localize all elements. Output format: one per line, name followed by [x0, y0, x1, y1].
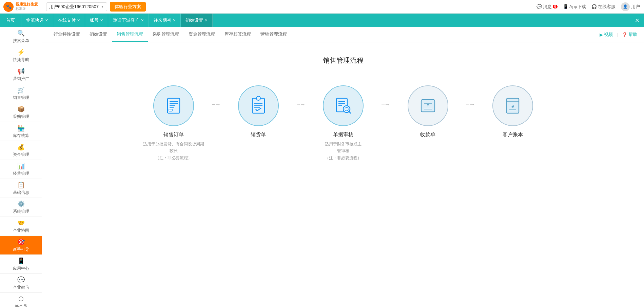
user-label: 用户690企业1660120507 [49, 4, 99, 10]
sidebar-item-label: 系统管理 [13, 209, 29, 214]
svg-text:¥: ¥ [426, 102, 429, 108]
video-link[interactable]: ▶ 视频 [600, 32, 613, 38]
nav-tab-invite[interactable]: 邀请下游客户 ✕ [108, 14, 149, 27]
sidebar-item-label: 营销推广 [13, 76, 29, 82]
quick-icon: ⚡ [17, 48, 25, 56]
logo-area[interactable]: 🐾 畅康道好生意 标准版 [0, 0, 42, 13]
svg-text:¥: ¥ [511, 104, 514, 109]
flow-node-title-1: 销售订单 [163, 131, 184, 138]
sub-tab-inventory-flow[interactable]: 库存核算流程 [220, 27, 256, 42]
marketing-icon: 📢 [17, 67, 25, 75]
sidebar-item-quick[interactable]: ⚡ 快捷导航 [0, 46, 42, 65]
nav-tab-payment[interactable]: 在线支付 ✕ [53, 14, 85, 27]
sidebar-item-search[interactable]: 🔍 搜索菜单 [0, 27, 42, 46]
nav-tab-logistics[interactable]: 物流快递 ✕ [21, 14, 53, 27]
sub-tab-marketing-flow[interactable]: 营销管理流程 [256, 27, 292, 42]
close-all-button[interactable]: ✕ [630, 14, 644, 27]
operations-icon: 📊 [17, 162, 25, 170]
flow-node-title-4: 收款单 [420, 131, 435, 138]
app-download-label: App下载 [569, 4, 586, 10]
flow-circle-5: ¥ [492, 85, 533, 126]
close-icon[interactable]: ✕ [45, 18, 48, 23]
close-icon[interactable]: ✕ [173, 18, 176, 23]
user-selector[interactable]: 用户690企业1660120507 ▼ [46, 2, 107, 11]
sidebar-item-finance[interactable]: 💰 资金管理 [0, 141, 42, 160]
base-info-icon: 📋 [17, 181, 25, 189]
close-icon[interactable]: ✕ [204, 18, 208, 23]
purchase-icon: 📦 [17, 105, 25, 113]
chevron-down-icon: ▼ [101, 5, 104, 8]
sub-tab-sales-flow[interactable]: 销售管理流程 [112, 27, 148, 42]
sales-icon: 🛒 [17, 86, 25, 94]
nav-tab-account[interactable]: 账号 ✕ [85, 14, 108, 27]
nav-tab-setup[interactable]: 初始设置 ✕ [181, 14, 213, 27]
search-icon: 🔍 [17, 29, 25, 37]
close-icon[interactable]: ✕ [77, 18, 80, 23]
flow-content: 销售管理流程 销售订单 [42, 42, 644, 307]
help-link[interactable]: ❓ 帮助 [622, 32, 637, 38]
sidebar-item-label: 经营管理 [13, 171, 29, 177]
sub-tab-purchase-flow[interactable]: 采购管理流程 [148, 27, 184, 42]
finance-icon: 💰 [17, 143, 25, 151]
sidebar-item-sales[interactable]: 🛒 销售管理 [0, 84, 42, 103]
logo-icon: 🐾 [3, 2, 14, 12]
trial-button[interactable]: 体验行业方案 [110, 2, 146, 12]
online-service-button[interactable]: 🎧 在线客服 [591, 4, 616, 10]
messages-button[interactable]: 💬 消息 6 [536, 4, 558, 10]
sidebar-item-label: 畅会员 [15, 304, 27, 307]
newbie-icon: 🎯 [17, 238, 25, 246]
sidebar-item-enterprise-coop[interactable]: 🤝 企业协同 [0, 217, 42, 236]
sub-tab-initial[interactable]: 初始设置 [85, 27, 112, 42]
flow-arrow-3: ···→ [374, 85, 397, 108]
nav-tab-home[interactable]: 首页 [0, 14, 21, 27]
vip-icon: ⬡ [18, 295, 24, 303]
flow-node-sales-order: 销售订单 适用于分批发货、有合同发货周期较长（注：非必要流程） [143, 85, 204, 161]
sidebar-item-marketing[interactable]: 📢 营销推广 [0, 65, 42, 84]
download-icon: 📱 [563, 4, 568, 9]
top-bar: 用户690企业1660120507 ▼ 体验行业方案 💬 消息 6 📱 App下… [42, 0, 644, 13]
sidebar-item-label: 快捷导航 [13, 57, 29, 63]
sidebar-item-vip[interactable]: ⬡ 畅会员 [0, 293, 42, 307]
flow-arrow-2: ···→ [289, 85, 313, 108]
sidebar-item-app-center[interactable]: 📱 应用中心 [0, 255, 42, 274]
enterprise-coop-icon: 🤝 [17, 219, 25, 227]
flow-node-title-2: 销货单 [251, 131, 266, 138]
flow-node-account-book: ¥ 客户账本 [482, 85, 543, 141]
sidebar-item-label: 企业微信 [13, 285, 29, 290]
sidebar-item-purchase[interactable]: 📦 采购管理 [0, 103, 42, 122]
sidebar-item-label: 销售管理 [13, 95, 29, 101]
app-download-button[interactable]: 📱 App下载 [563, 4, 586, 10]
sys-mgmt-icon: ⚙️ [17, 200, 25, 208]
sidebar-item-label: 企业协同 [13, 228, 29, 233]
user-name-label: 用户 [631, 4, 640, 10]
sidebar-item-label: 资金管理 [13, 152, 29, 158]
sub-tab-industry[interactable]: 行业特性设置 [49, 27, 85, 42]
flow-node-receipt: ¥ 收款单 [397, 85, 458, 141]
logo-sub: 标准版 [16, 6, 38, 11]
wechat-icon: 💬 [17, 276, 25, 284]
service-icon: 🎧 [591, 4, 597, 9]
sidebar-item-enterprise-wechat[interactable]: 💬 企业微信 [0, 274, 42, 293]
nav-tab-period[interactable]: 往来期初 ✕ [149, 14, 181, 27]
sidebar-item-base-info[interactable]: 📋 基础信息 [0, 179, 42, 198]
flow-node-title-3: 单据审核 [333, 131, 353, 138]
flow-title: 销售管理流程 [323, 56, 364, 65]
flow-arrow-4: ···→ [458, 85, 482, 108]
sub-tab-capital-flow[interactable]: 资金管理流程 [184, 27, 220, 42]
svg-point-7 [256, 96, 260, 100]
message-icon: 💬 [536, 4, 542, 9]
sidebar-item-inventory[interactable]: 🏪 库存核算 [0, 122, 42, 141]
close-icon[interactable]: ✕ [141, 18, 144, 23]
user-avatar-area[interactable]: 👤 用户 [621, 2, 640, 11]
sidebar-item-label: 应用中心 [13, 266, 29, 271]
logo-name: 畅康道好生意 [16, 2, 38, 6]
sidebar-item-sys-mgmt[interactable]: ⚙️ 系统管理 [0, 198, 42, 217]
close-icon[interactable]: ✕ [100, 18, 103, 23]
flow-node-desc-1: 适用于分批发货、有合同发货周期较长（注：非必要流程） [143, 141, 204, 161]
sub-tabs-bar: 行业特性设置 初始设置 销售管理流程 采购管理流程 资金管理流程 库存核算流程 … [42, 27, 644, 42]
sidebar-item-newbie[interactable]: 🎯 新手引导 [0, 236, 42, 255]
help-icon: ❓ [622, 32, 627, 37]
sidebar-item-label: 采购管理 [13, 114, 29, 120]
sidebar-item-operations[interactable]: 📊 经营管理 [0, 160, 42, 179]
message-badge: 6 [553, 5, 558, 8]
